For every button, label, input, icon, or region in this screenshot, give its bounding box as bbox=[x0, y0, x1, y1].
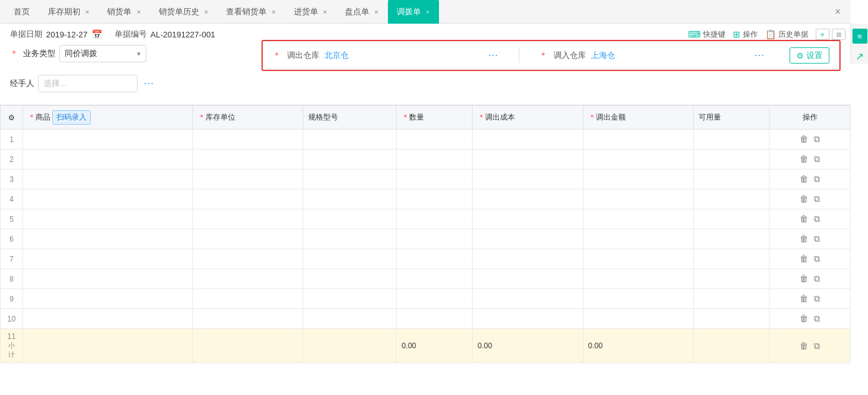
cell-unit[interactable] bbox=[192, 269, 303, 289]
cell-product[interactable] bbox=[23, 189, 193, 209]
copy-icon[interactable]: ⧉ bbox=[814, 313, 820, 323]
tab-transfer-close[interactable]: × bbox=[426, 8, 430, 16]
tab-inventory-init-close[interactable]: × bbox=[85, 8, 89, 16]
cell-spec[interactable] bbox=[303, 189, 397, 209]
copy-icon[interactable]: ⧉ bbox=[814, 341, 820, 351]
calendar-icon[interactable]: 📅 bbox=[92, 29, 102, 39]
cell-unit[interactable] bbox=[192, 229, 303, 249]
cell-quantity[interactable] bbox=[396, 169, 472, 189]
cell-spec[interactable] bbox=[303, 249, 397, 269]
close-all-tabs-button[interactable]: × bbox=[830, 6, 846, 17]
delete-icon[interactable]: 🗑 bbox=[800, 194, 808, 204]
settings-button[interactable]: ⚙ 设置 bbox=[790, 47, 829, 64]
delete-icon[interactable]: 🗑 bbox=[800, 174, 808, 184]
out-warehouse-value[interactable]: 北京仓 bbox=[324, 50, 349, 61]
cell-unit[interactable] bbox=[192, 289, 303, 309]
in-warehouse-value[interactable]: 上海仓 bbox=[591, 50, 615, 61]
cell-spec[interactable] bbox=[303, 309, 397, 329]
tab-sales-history[interactable]: 销货单历史 × bbox=[150, 0, 217, 24]
copy-icon[interactable]: ⧉ bbox=[814, 234, 820, 244]
cell-amount[interactable] bbox=[583, 229, 693, 249]
in-warehouse-more-button[interactable]: ··· bbox=[755, 50, 765, 61]
out-warehouse-more-button[interactable]: ··· bbox=[488, 50, 498, 61]
doc-date-value[interactable]: 2019-12-27 bbox=[46, 30, 88, 39]
tab-sales-history-close[interactable]: × bbox=[204, 8, 208, 16]
cell-product[interactable] bbox=[23, 209, 193, 229]
cell-cost[interactable] bbox=[473, 130, 583, 150]
copy-icon[interactable]: ⧉ bbox=[814, 274, 820, 283]
copy-icon[interactable]: ⧉ bbox=[814, 194, 820, 204]
cell-spec[interactable] bbox=[303, 269, 397, 289]
copy-icon[interactable]: ⧉ bbox=[814, 174, 820, 184]
cell-cost[interactable] bbox=[473, 150, 583, 169]
cell-cost[interactable] bbox=[473, 269, 583, 289]
view-toggle-list[interactable]: ≡ bbox=[816, 29, 829, 40]
history-button[interactable]: 📋 历史单据 bbox=[765, 29, 808, 40]
delete-icon[interactable]: 🗑 bbox=[800, 274, 808, 283]
cell-product[interactable] bbox=[23, 249, 193, 269]
copy-icon[interactable]: ⧉ bbox=[814, 154, 820, 164]
cell-quantity[interactable] bbox=[396, 209, 472, 229]
side-arrow-button[interactable]: ↗ bbox=[852, 49, 867, 64]
delete-icon[interactable]: 🗑 bbox=[800, 214, 808, 224]
cell-spec[interactable] bbox=[303, 289, 397, 309]
cell-quantity[interactable] bbox=[396, 269, 472, 289]
cell-amount[interactable] bbox=[583, 249, 693, 269]
delete-icon[interactable]: 🗑 bbox=[800, 313, 808, 323]
cell-unit[interactable] bbox=[192, 209, 303, 229]
tab-purchase[interactable]: 进货单 × bbox=[285, 0, 336, 24]
tab-transfer[interactable]: 调拨单 × bbox=[388, 0, 439, 24]
delete-icon[interactable]: 🗑 bbox=[800, 134, 808, 144]
cell-cost[interactable] bbox=[473, 209, 583, 229]
cell-product[interactable] bbox=[23, 130, 193, 150]
copy-icon[interactable]: ⧉ bbox=[814, 134, 820, 144]
cell-cost[interactable] bbox=[473, 309, 583, 329]
copy-icon[interactable]: ⧉ bbox=[814, 293, 820, 303]
cell-unit[interactable] bbox=[192, 130, 303, 150]
cell-quantity[interactable] bbox=[396, 150, 472, 169]
col-header-gear[interactable]: ⚙ bbox=[1, 106, 23, 130]
cell-amount[interactable] bbox=[583, 169, 693, 189]
cell-product[interactable] bbox=[23, 289, 193, 309]
cell-amount[interactable] bbox=[583, 209, 693, 229]
scan-button[interactable]: 扫码录入 bbox=[52, 110, 91, 125]
cell-spec[interactable] bbox=[303, 150, 397, 169]
cell-product[interactable] bbox=[23, 269, 193, 289]
cell-spec[interactable] bbox=[303, 130, 397, 150]
tab-inventory-count[interactable]: 盘点单 × bbox=[336, 0, 387, 24]
cell-cost[interactable] bbox=[473, 229, 583, 249]
handler-input[interactable]: 选择... bbox=[38, 75, 138, 92]
cell-amount[interactable] bbox=[583, 189, 693, 209]
cell-amount[interactable] bbox=[583, 269, 693, 289]
cell-quantity[interactable] bbox=[396, 289, 472, 309]
delete-icon[interactable]: 🗑 bbox=[800, 293, 808, 303]
delete-icon[interactable]: 🗑 bbox=[800, 234, 808, 244]
cell-cost[interactable] bbox=[473, 289, 583, 309]
cell-spec[interactable] bbox=[303, 209, 397, 229]
delete-icon[interactable]: 🗑 bbox=[800, 341, 808, 351]
cell-product[interactable] bbox=[23, 150, 193, 169]
cell-quantity[interactable] bbox=[396, 309, 472, 329]
cell-cost[interactable] bbox=[473, 169, 583, 189]
handler-more-button[interactable]: ··· bbox=[144, 78, 154, 89]
cell-product[interactable] bbox=[23, 309, 193, 329]
cell-quantity[interactable] bbox=[396, 249, 472, 269]
tab-purchase-close[interactable]: × bbox=[323, 8, 327, 16]
table-gear-icon[interactable]: ⚙ bbox=[8, 113, 15, 122]
side-list-view-button[interactable]: ≡ bbox=[852, 29, 867, 44]
tab-inventory-init[interactable]: 库存期初 × bbox=[39, 0, 98, 24]
copy-icon[interactable]: ⧉ bbox=[814, 254, 820, 264]
cell-product[interactable] bbox=[23, 169, 193, 189]
copy-icon[interactable]: ⧉ bbox=[814, 214, 820, 224]
cell-unit[interactable] bbox=[192, 169, 303, 189]
cell-cost[interactable] bbox=[473, 249, 583, 269]
tab-view-sales[interactable]: 查看销货单 × bbox=[217, 0, 285, 24]
cell-unit[interactable] bbox=[192, 249, 303, 269]
tab-view-sales-close[interactable]: × bbox=[271, 8, 275, 16]
cell-amount[interactable] bbox=[583, 309, 693, 329]
cell-amount[interactable] bbox=[583, 150, 693, 169]
cell-quantity[interactable] bbox=[396, 189, 472, 209]
operations-button[interactable]: ⊞ 操作 bbox=[733, 29, 758, 40]
shortcut-button[interactable]: ⌨ 快捷键 bbox=[688, 29, 725, 40]
tab-sales-order[interactable]: 销货单 × bbox=[98, 0, 149, 24]
